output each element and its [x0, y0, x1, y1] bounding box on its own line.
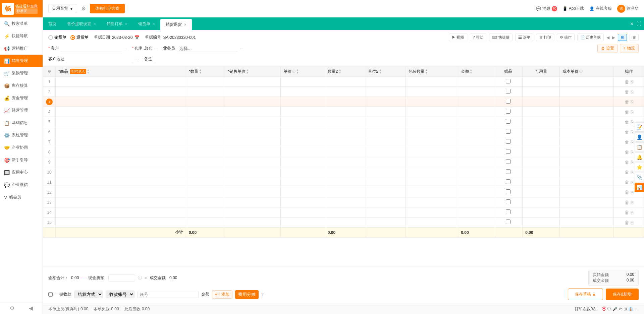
tab-home[interactable]: 首页	[43, 17, 62, 30]
sidebar-item-purchase[interactable]: 🛒 采购管理	[0, 67, 43, 79]
help-btn[interactable]: ? 帮助	[470, 34, 486, 41]
pkg-qty-cell[interactable]	[406, 87, 458, 97]
delete-icon[interactable]: 🗑	[625, 109, 629, 115]
sidebar-item-enterprise[interactable]: 🤝 企业协同	[0, 141, 43, 154]
sidebar-item-system[interactable]: ⚙️ 系统管理	[0, 129, 43, 141]
print-btn[interactable]: 🖨 打印	[536, 34, 554, 41]
video-btn[interactable]: ▶ 视频	[449, 34, 467, 41]
message-btn[interactable]: 💬 消息 70	[536, 6, 557, 11]
gift-checkbox[interactable]	[506, 89, 511, 93]
prev-record-btn[interactable]: ◀	[606, 35, 609, 40]
gift-checkbox[interactable]	[506, 219, 511, 224]
gift-checkbox[interactable]	[506, 159, 511, 164]
sort-arrows-amount[interactable]: ▲▼	[470, 68, 472, 74]
footer-icon-6[interactable]: ⋯	[635, 307, 639, 311]
float-btn-1[interactable]: 📝	[635, 122, 644, 132]
select-btn[interactable]: ☰ 选单	[515, 34, 533, 41]
delete-icon[interactable]: 🗑	[625, 139, 629, 145]
table-settings-icon[interactable]: ⚙	[48, 69, 51, 74]
copy-icon[interactable]: ⎘	[631, 220, 633, 225]
address-select-btn[interactable]: ···	[136, 57, 139, 61]
price-cell[interactable]	[281, 77, 325, 87]
float-btn-2[interactable]: 👤	[635, 132, 644, 142]
sort-arrows-unit2[interactable]: ▲▼	[379, 68, 382, 74]
float-btn-5[interactable]: ⭐	[635, 163, 644, 172]
gift-checkbox[interactable]	[506, 179, 511, 184]
tab-sale-return[interactable]: 销货退货 ✕	[160, 19, 192, 30]
footer-icon-5[interactable]: 👔	[628, 307, 633, 311]
next-record-btn[interactable]: ▶	[612, 35, 615, 40]
price-cell[interactable]	[281, 87, 325, 97]
delete-icon[interactable]: 🗑	[625, 170, 629, 175]
add-btn[interactable]: + + 添加	[212, 290, 232, 299]
salesperson-select-btn[interactable]: ···	[240, 46, 243, 51]
copy-icon[interactable]: ⎘	[631, 129, 633, 135]
operate-btn[interactable]: ⚙ 操作	[557, 34, 575, 41]
gift-checkbox[interactable]	[506, 129, 511, 134]
sidebar-item-operation[interactable]: 📈 经营管理	[0, 104, 43, 117]
product-cell[interactable]	[56, 87, 186, 97]
unit2-cell[interactable]	[365, 77, 406, 87]
discount-input[interactable]	[108, 274, 135, 281]
tab-sale-price[interactable]: 售价提取设置 ✕	[62, 17, 101, 30]
amount-cell[interactable]	[458, 77, 494, 87]
product-cell-active[interactable]	[56, 97, 186, 107]
sort-arrows-quantity[interactable]: ▲▼	[199, 68, 202, 74]
gift-checkbox[interactable]	[506, 119, 511, 124]
settings-bottom-btn[interactable]: ⚙	[10, 305, 14, 311]
settle-select[interactable]: 结算方式	[74, 291, 103, 298]
delete-icon[interactable]: 🗑	[625, 119, 629, 125]
product-cell[interactable]	[56, 77, 186, 87]
sidebar-item-search[interactable]: 🔍 搜索菜单	[0, 17, 43, 30]
sort-arrows-qty2[interactable]: ▲▼	[339, 68, 341, 74]
sidebar-item-wechat[interactable]: 💬 企业微信	[0, 179, 43, 191]
user-profile-btn[interactable]: 徐 徐泽华	[617, 5, 639, 13]
close-tab-btn[interactable]: ✕	[630, 21, 634, 26]
table-view-btn[interactable]: ⊞	[618, 34, 627, 41]
customer-select-btn[interactable]: ···	[123, 46, 127, 51]
note-input[interactable]	[154, 56, 255, 62]
app-download-btn[interactable]: 📱 App下载	[562, 6, 584, 11]
sort-arrows-pkg[interactable]: ▲▼	[425, 68, 428, 74]
fee-split-btn[interactable]: 费用分摊	[235, 290, 259, 299]
gift-checkbox[interactable]	[506, 149, 511, 154]
float-btn-6[interactable]: 📎	[635, 173, 644, 182]
radio-sale[interactable]: 销货单	[48, 35, 66, 40]
address-input[interactable]	[66, 56, 133, 62]
customer-input[interactable]	[61, 45, 121, 52]
gift-checkbox[interactable]	[506, 199, 511, 204]
delete-icon[interactable]: 🗑	[625, 160, 629, 165]
footer-icon-2[interactable]: 🎤	[612, 307, 618, 311]
th-settings[interactable]: ⚙	[43, 66, 56, 77]
copy-icon[interactable]: ⎘	[631, 109, 633, 115]
qty2-cell[interactable]	[325, 87, 365, 97]
tab-sale-out-close[interactable]: ✕	[152, 22, 155, 26]
pkg-qty-cell[interactable]	[406, 97, 458, 107]
delete-icon[interactable]: 🗑	[625, 149, 629, 155]
copy-icon[interactable]: ⎘	[631, 119, 633, 125]
copy-icon[interactable]: ⎘	[631, 200, 633, 205]
delete-icon[interactable]: 🗑	[625, 190, 629, 195]
tab-sale-order[interactable]: 销售订单 ✕	[101, 17, 133, 30]
collapse-btn[interactable]: ◀	[29, 305, 33, 311]
float-btn-7-active[interactable]: 📊	[635, 183, 644, 192]
account-input[interactable]	[137, 291, 199, 298]
unit-cell[interactable]	[225, 87, 280, 97]
tab-sale-return-close[interactable]: ✕	[184, 23, 186, 26]
history-btn[interactable]: 📄 历史单据	[577, 34, 604, 41]
gift-cell[interactable]	[494, 87, 523, 97]
warehouse-select-btn[interactable]: ···	[154, 46, 158, 51]
footer-icon-1[interactable]: 中	[607, 306, 611, 312]
gift-checkbox[interactable]	[506, 99, 511, 104]
price-cell[interactable]	[281, 97, 325, 107]
expand-btn[interactable]: ⛶	[637, 21, 641, 26]
sort-arrows-product[interactable]: ▲▼	[87, 68, 90, 74]
pkg-qty-cell[interactable]	[406, 77, 458, 87]
gift-checkbox[interactable]	[506, 169, 511, 174]
copy-icon[interactable]: ⎘	[631, 160, 633, 165]
delete-icon[interactable]: 🗑	[625, 129, 629, 135]
copy-icon[interactable]: ⎘	[631, 89, 633, 95]
delete-icon[interactable]: 🗑	[625, 200, 629, 205]
gift-checkbox[interactable]	[506, 109, 511, 114]
unit2-cell[interactable]	[365, 87, 406, 97]
